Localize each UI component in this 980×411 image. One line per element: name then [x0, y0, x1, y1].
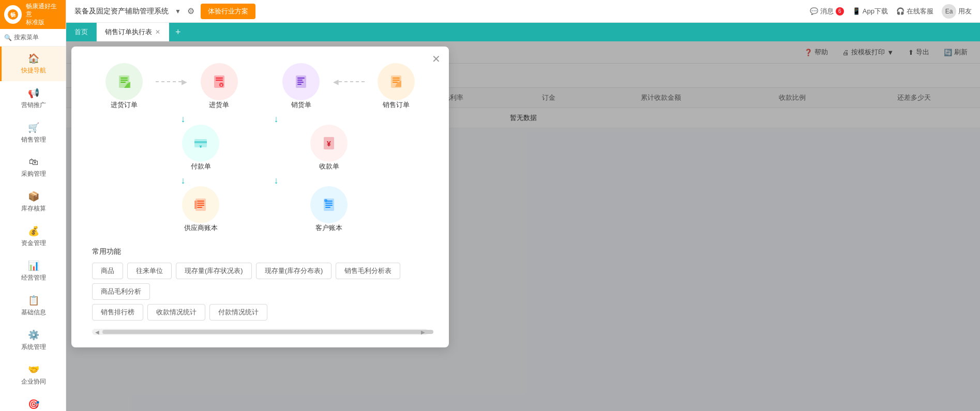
scrollbar-thumb[interactable]: [102, 330, 433, 334]
common-funcs-title: 常用功能: [92, 247, 428, 256]
payment-icon: ¥: [182, 125, 219, 162]
sidebar-item-system[interactable]: ⚙️ 系统管理: [0, 323, 66, 358]
marketing-icon: 📢: [28, 87, 39, 99]
online-service-btn[interactable]: 🎧 在线客服: [896, 7, 933, 16]
tab-sales-order[interactable]: 销售订单执行表 ✕: [97, 23, 169, 41]
download-icon: 📱: [852, 7, 861, 15]
down-arrows-row-2: ↓ ↓: [92, 175, 428, 186]
search-icon: 🔍: [4, 34, 12, 41]
svg-rect-26: [197, 201, 204, 202]
newbie-icon: 🎯: [28, 399, 39, 410]
sidebar-item-operations[interactable]: 📊 经营管理: [0, 254, 66, 288]
sidebar-item-collab[interactable]: 🤝 企业协同: [0, 358, 66, 392]
svg-rect-29: [197, 207, 202, 208]
svg-rect-33: [325, 203, 333, 204]
tab-home[interactable]: 首页: [66, 23, 97, 41]
flow-row-1: 进货订单 ▶ ¥: [92, 63, 428, 110]
svg-rect-34: [325, 205, 333, 206]
svg-text:¥: ¥: [200, 144, 202, 149]
svg-rect-15: [297, 84, 301, 85]
flow-item-customer-ledger[interactable]: 客户账本: [293, 186, 365, 233]
sidebar: 畅 畅康通好生意 标准版 🔍 搜索菜单 🏠 快捷导航 📢 营销推广 🛒 销售管理: [0, 0, 66, 411]
overlay[interactable]: ✕ 进货订单: [66, 41, 980, 411]
service-icon: 🎧: [896, 7, 904, 15]
svg-rect-7: [216, 78, 223, 79]
sidebar-item-finance[interactable]: 💰 资金管理: [0, 219, 66, 254]
popup-scrollbar[interactable]: ◀ ▶: [92, 329, 428, 335]
svg-rect-14: [297, 82, 304, 83]
svg-rect-3: [120, 78, 128, 79]
svg-rect-19: [393, 82, 398, 83]
func-buttons-row-1: 商品 往来单位 现存量(库存状况表) 现存量(库存分布表) 销售毛利分析表 商品…: [92, 263, 428, 300]
sidebar-item-quick-nav[interactable]: 🏠 快捷导航: [0, 47, 66, 81]
svg-text:¥: ¥: [220, 83, 222, 87]
user-menu[interactable]: Ea 用友: [942, 4, 972, 19]
sales-icon: [282, 63, 320, 100]
logo-icon: 畅: [4, 5, 22, 24]
func-btn-payment-stats[interactable]: 付款情况统计: [209, 304, 267, 321]
operations-icon: 📊: [28, 260, 39, 271]
func-buttons-row-2: 销售排行榜 收款情况统计 付款情况统计: [92, 304, 428, 321]
flow-item-sales-order[interactable]: 销售订单: [365, 63, 428, 110]
experience-btn[interactable]: 体验行业方案: [201, 4, 255, 19]
flow-item-supplier-ledger[interactable]: 供应商账本: [164, 186, 237, 233]
sidebar-item-basic-info[interactable]: 📋 基础信息: [0, 288, 66, 323]
flow-item-sales[interactable]: 销货单: [269, 63, 333, 110]
message-icon: 💬: [810, 7, 818, 15]
svg-text:¥: ¥: [327, 140, 331, 148]
sales-icon: 🛒: [28, 122, 39, 133]
avatar: Ea: [942, 4, 956, 19]
system-dropdown[interactable]: ▼: [175, 8, 181, 15]
flow-row-2: ¥ 付款单 ¥ 收款单: [92, 125, 428, 171]
message-btn[interactable]: 💬 消息 6: [810, 7, 844, 16]
system-name: 装备及固定资产辅助管理系统: [74, 7, 169, 16]
receipt-icon: ¥: [310, 125, 348, 162]
logo-text: 畅康通好生意 标准版: [26, 3, 62, 27]
svg-text:畅: 畅: [10, 12, 16, 18]
svg-rect-12: [297, 78, 305, 79]
flow-item-purchase-order[interactable]: 进货订单: [92, 63, 156, 110]
func-btn-goods[interactable]: 商品: [92, 263, 123, 279]
sidebar-item-sales[interactable]: 🛒 销售管理: [0, 116, 66, 150]
down-arrow-receipt: ↓: [258, 175, 295, 186]
sidebar-item-newbie[interactable]: 🎯 新手引导: [0, 392, 66, 411]
sidebar-item-purchase[interactable]: 🛍 采购管理: [0, 150, 66, 185]
settings-icon[interactable]: ⚙: [187, 6, 194, 16]
system-icon: ⚙️: [28, 329, 39, 341]
down-arrow-purchase: ↓: [164, 114, 202, 125]
func-btn-receipt-stats[interactable]: 收款情况统计: [147, 304, 205, 321]
func-btn-stock-status[interactable]: 现存量(库存状况表): [176, 263, 252, 279]
flow-diagram: 进货订单 ▶ ¥: [92, 63, 428, 243]
tab-add-btn[interactable]: +: [169, 27, 187, 38]
sidebar-search[interactable]: 🔍 搜索菜单: [0, 29, 66, 47]
func-btn-sales-profit[interactable]: 销售毛利分析表: [336, 263, 400, 279]
arrow-1: ▶: [156, 63, 187, 100]
flow-item-payment[interactable]: ¥ 付款单: [164, 125, 237, 171]
tab-close-icon[interactable]: ✕: [155, 28, 160, 36]
svg-rect-35: [325, 207, 330, 208]
app-download-btn[interactable]: 📱 App下载: [852, 7, 888, 16]
tabbar: 首页 销售订单执行表 ✕ +: [66, 23, 980, 41]
func-btn-stock-dist[interactable]: 现存量(库存分布表): [256, 263, 332, 279]
func-btn-partner[interactable]: 往来单位: [127, 263, 172, 279]
sidebar-item-inventory[interactable]: 📦 库存核算: [0, 185, 66, 219]
purchase-icon: ¥: [201, 63, 238, 100]
popup-close-btn[interactable]: ✕: [432, 53, 441, 65]
func-btn-sales-rank[interactable]: 销售排行榜: [92, 304, 143, 321]
svg-rect-21: [194, 141, 207, 143]
flow-item-receipt[interactable]: ¥ 收款单: [293, 125, 365, 171]
func-btn-goods-profit[interactable]: 商品毛利分析: [92, 283, 150, 300]
down-arrows-row: ↓ ↓: [92, 114, 428, 125]
purchase-order-icon: [105, 63, 143, 100]
down-arrow-sales: ↓: [258, 114, 295, 125]
scrollbar-right-btn[interactable]: ▶: [418, 329, 428, 335]
flow-item-purchase[interactable]: ¥ 进货单: [187, 63, 251, 110]
inventory-icon: 📦: [28, 191, 39, 202]
sidebar-item-marketing[interactable]: 📢 营销推广: [0, 81, 66, 116]
customer-ledger-icon: [310, 186, 348, 223]
common-funcs: 常用功能 商品 往来单位 现存量(库存状况表) 现存量(库存分布表) 销售毛利分…: [92, 247, 428, 321]
message-badge: 6: [836, 7, 844, 16]
main-area: 装备及固定资产辅助管理系统 ▼ ⚙ 体验行业方案 💬 消息 6 📱 App下载 …: [66, 0, 980, 411]
scrollbar-left-btn[interactable]: ◀: [92, 329, 102, 335]
purchase-icon: 🛍: [29, 157, 38, 168]
